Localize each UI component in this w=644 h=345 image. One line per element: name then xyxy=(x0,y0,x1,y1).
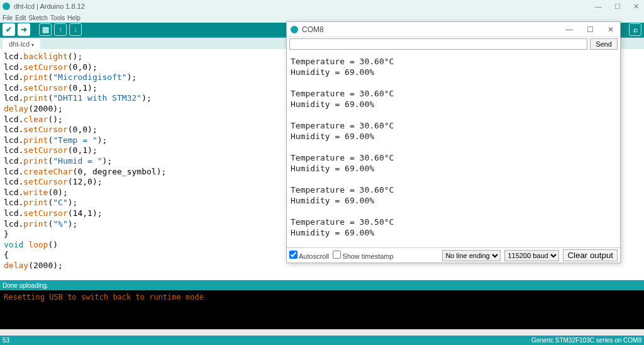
serial-humidity-line: Humidity = 69.00% xyxy=(291,99,616,110)
serial-temperature-line: Temperature = 30.60°C xyxy=(291,152,616,163)
menu-sketch[interactable]: Sketch xyxy=(28,14,48,21)
serial-send-button[interactable]: Send xyxy=(590,38,618,50)
serial-humidity-line: Humidity = 69.00% xyxy=(291,195,616,206)
serial-bottom-bar: Autoscroll Show timestamp No line ending… xyxy=(287,247,620,263)
serial-close-button[interactable]: ✕ xyxy=(605,25,616,34)
open-button[interactable]: ↑ xyxy=(54,23,67,36)
tab-sketch[interactable]: dht-lcd ▾ xyxy=(3,39,40,49)
serial-window-controls: — ☐ ✕ xyxy=(563,25,616,34)
timestamp-checkbox-label[interactable]: Show timestamp xyxy=(333,251,393,260)
line-ending-select[interactable]: No line ending xyxy=(442,250,501,261)
new-button[interactable]: ▦ xyxy=(39,23,52,36)
serial-monitor-button[interactable]: ⌕ xyxy=(629,23,641,36)
close-button[interactable]: ✕ xyxy=(631,3,641,11)
console-output: Resetting USB to switch back to runtime … xyxy=(0,290,644,329)
serial-minimize-button[interactable]: — xyxy=(563,25,575,34)
serial-reading-block: Temperature = 30.50°CHumidity = 69.00% xyxy=(291,217,616,238)
console-line: Resetting USB to switch back to runtime … xyxy=(4,293,640,302)
clear-output-button[interactable]: Clear output xyxy=(563,249,618,261)
serial-input-row: Send xyxy=(287,37,620,51)
autoscroll-checkbox[interactable] xyxy=(289,251,297,259)
title-bar: dht-lcd | Arduino 1.8.12 — ☐ ✕ xyxy=(0,0,644,13)
verify-button[interactable]: ✔ xyxy=(3,23,15,36)
serial-humidity-line: Humidity = 69.00% xyxy=(291,67,616,77)
serial-monitor-window: COM8 — ☐ ✕ Send Temperature = 30.60°CHum… xyxy=(286,21,621,263)
serial-humidity-line: Humidity = 69.00% xyxy=(291,163,616,174)
tab-label: dht-lcd xyxy=(9,40,30,48)
serial-humidity-line: Humidity = 69.00% xyxy=(291,227,616,238)
status-text: Done uploading. xyxy=(3,282,48,289)
menu-file[interactable]: File xyxy=(3,14,13,21)
arduino-icon xyxy=(291,26,298,33)
serial-temperature-line: Temperature = 30.60°C xyxy=(291,88,616,99)
tab-dropdown-icon[interactable]: ▾ xyxy=(31,42,34,48)
serial-temperature-line: Temperature = 30.50°C xyxy=(291,217,616,227)
line-number: 53 xyxy=(3,337,9,344)
serial-reading-block: Temperature = 30.60°CHumidity = 69.00% xyxy=(291,184,616,206)
save-button[interactable]: ↓ xyxy=(69,23,82,36)
window-controls: — ☐ ✕ xyxy=(592,3,641,11)
status-strip: Done uploading. xyxy=(0,280,644,290)
serial-reading-block: Temperature = 30.60°CHumidity = 69.00% xyxy=(291,56,616,77)
serial-output[interactable]: Temperature = 30.60°CHumidity = 69.00%Te… xyxy=(287,51,620,247)
serial-maximize-button[interactable]: ☐ xyxy=(584,25,596,34)
timestamp-checkbox[interactable] xyxy=(333,251,341,259)
baud-select[interactable]: 115200 baud xyxy=(504,250,559,261)
arduino-icon xyxy=(3,3,10,10)
serial-reading-block: Temperature = 30.60°CHumidity = 69.00% xyxy=(291,88,616,110)
window-title: dht-lcd | Arduino 1.8.12 xyxy=(14,3,85,10)
serial-temperature-line: Temperature = 30.60°C xyxy=(291,120,616,131)
serial-input[interactable] xyxy=(289,38,587,50)
maximize-button[interactable]: ☐ xyxy=(612,3,623,11)
scroll-stub xyxy=(0,329,644,336)
minimize-button[interactable]: — xyxy=(592,3,604,11)
serial-reading-block: Temperature = 30.60°CHumidity = 69.00% xyxy=(291,152,616,174)
menu-edit[interactable]: Edit xyxy=(15,14,26,21)
board-port-label: Generic STM32F103C series on COM8 xyxy=(531,337,641,344)
serial-window-title: COM8 xyxy=(302,25,324,34)
serial-humidity-line: Humidity = 69.00% xyxy=(291,131,616,142)
menu-help[interactable]: Help xyxy=(67,14,80,21)
upload-button[interactable]: ➜ xyxy=(18,23,30,36)
serial-title-bar: COM8 — ☐ ✕ xyxy=(287,22,620,37)
serial-temperature-line: Temperature = 30.60°C xyxy=(291,56,616,67)
serial-reading-block: Temperature = 30.60°CHumidity = 69.00% xyxy=(291,120,616,142)
bottom-status-bar: 53 Generic STM32F103C series on COM8 xyxy=(0,336,644,345)
autoscroll-checkbox-label[interactable]: Autoscroll xyxy=(289,251,329,260)
menu-tools[interactable]: Tools xyxy=(50,14,65,21)
serial-temperature-line: Temperature = 30.60°C xyxy=(291,184,616,195)
